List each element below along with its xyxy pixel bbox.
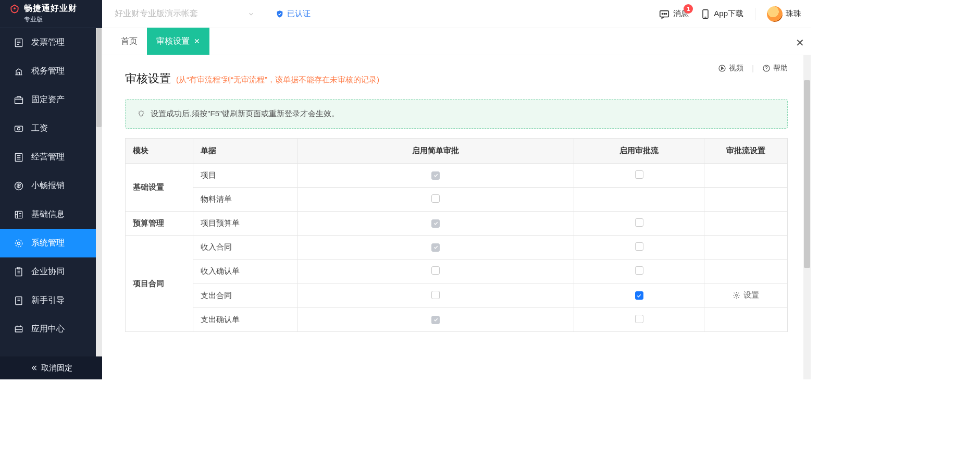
biz-icon (14, 152, 24, 163)
sidebar-item-collab[interactable]: 企业协同 (0, 257, 102, 286)
sidebar-unpin-label: 取消固定 (41, 363, 72, 373)
table-row: 项目合同收入合同 (126, 236, 788, 260)
tabs-close-all-icon[interactable]: ✕ (796, 36, 804, 49)
asset-icon (14, 95, 24, 105)
checkbox[interactable] (635, 291, 643, 300)
checkbox[interactable] (431, 291, 440, 299)
sidebar-item-label: 小畅报销 (31, 180, 65, 191)
tip-text: 设置成功后,须按"F5"键刷新页面或重新登录才会生效。 (151, 109, 339, 119)
sidebar-item-system[interactable]: 系统管理 (0, 229, 102, 257)
video-label: 视频 (729, 64, 743, 73)
invoice-icon (14, 38, 24, 48)
system-icon (14, 238, 24, 249)
top-separator (755, 8, 755, 20)
play-circle-icon (718, 64, 726, 72)
simple-approve-cell (297, 308, 574, 332)
brand-name: 畅捷通好业财 (24, 3, 77, 14)
sidebar-item-guide[interactable]: 新手引导 (0, 286, 102, 315)
tab-active-label: 审核设置 (156, 36, 190, 47)
simple-approve-cell (297, 212, 574, 236)
sidebar-unpin-button[interactable]: 取消固定 (0, 356, 102, 379)
user-name: 珠珠 (786, 9, 801, 19)
checkbox[interactable] (431, 219, 440, 228)
svg-point-2 (662, 13, 663, 14)
brand-logo-icon (9, 4, 20, 14)
app-download-button[interactable]: App下载 (700, 9, 743, 19)
table-row: 预算管理项目预算单 (126, 212, 788, 236)
expense-icon (14, 181, 24, 191)
sidebar-item-asset[interactable]: 固定资产 (0, 85, 102, 114)
verified-badge[interactable]: 已认证 (276, 9, 311, 19)
tab-home[interactable]: 首页 (111, 28, 147, 55)
help-sep: | (752, 64, 754, 72)
base-icon (14, 209, 24, 220)
page-title-text: 审核设置 (125, 71, 171, 87)
sidebar-item-label: 新手引导 (31, 295, 65, 306)
settings-table: 模块单据启用简单审批启用审批流审批流设置 基础设置项目物料清单预算管理项目预算单… (125, 138, 788, 332)
checkbox[interactable] (431, 171, 440, 180)
sidebar-item-apps[interactable]: 应用中心 (0, 315, 102, 343)
table-row: 支出合同设置 (126, 284, 788, 308)
brand-edition: 专业版 (24, 15, 102, 24)
messages-button[interactable]: 消息 1 (659, 8, 689, 20)
content-scrollbar-thumb[interactable] (804, 80, 810, 268)
svg-point-8 (766, 70, 766, 70)
doc-cell: 支出合同 (193, 284, 297, 308)
main-area: 首页 审核设置 ✕ ✕ 视频 | 帮助 (102, 28, 811, 379)
table-header: 模块 (126, 139, 193, 164)
sidebar-item-invoice[interactable]: 发票管理 (0, 28, 102, 57)
checkbox[interactable] (431, 316, 440, 324)
checkbox[interactable] (431, 194, 440, 203)
sidebar-item-tax[interactable]: 税务管理 (0, 57, 102, 85)
flow-approve-cell (574, 212, 704, 236)
sidebar-item-expense[interactable]: 小畅报销 (0, 171, 102, 200)
tab-audit-settings[interactable]: 审核设置 ✕ (147, 28, 209, 55)
checkbox[interactable] (635, 218, 643, 227)
checkbox[interactable] (635, 242, 643, 251)
shield-icon (276, 10, 284, 18)
sidebar-item-label: 应用中心 (31, 324, 65, 335)
sidebar-item-salary[interactable]: 工资 (0, 114, 102, 143)
video-help-button[interactable]: 视频 (718, 64, 743, 73)
chevron-down-icon (247, 10, 255, 18)
svg-point-0 (14, 7, 16, 9)
checkbox[interactable] (431, 266, 440, 275)
sidebar-scrollbar[interactable] (96, 28, 102, 356)
tip-box: 设置成功后,须按"F5"键刷新页面或重新登录才会生效。 (125, 99, 788, 129)
table-header: 单据 (193, 139, 297, 164)
download-label: App下载 (714, 9, 743, 19)
flow-approve-cell (574, 308, 704, 332)
sidebar-item-label: 基础信息 (31, 209, 65, 220)
table-row: 收入确认单 (126, 260, 788, 284)
user-menu[interactable]: 珠珠 (767, 6, 801, 22)
doc-cell: 项目 (193, 164, 297, 188)
flow-config-cell (704, 212, 788, 236)
tab-close-icon[interactable]: ✕ (194, 37, 200, 45)
account-select[interactable]: 好业财专业版演示帐套 (115, 8, 255, 19)
message-icon (659, 8, 670, 20)
doc-cell: 物料清单 (193, 188, 297, 212)
collapse-icon (30, 364, 38, 372)
module-cell: 项目合同 (126, 236, 193, 332)
page-subtitle: (从“有审流程”到“无审流程”，该单据不能存在未审核的记录) (176, 75, 379, 85)
checkbox[interactable] (635, 170, 643, 179)
account-select-text: 好业财专业版演示帐套 (115, 8, 198, 19)
sidebar-item-biz[interactable]: 经营管理 (0, 143, 102, 171)
help-button[interactable]: 帮助 (762, 64, 788, 73)
flow-config-cell (704, 164, 788, 188)
sidebar-item-base[interactable]: 基础信息 (0, 200, 102, 229)
checkbox[interactable] (431, 243, 440, 252)
flow-config-button[interactable]: 设置 (733, 290, 759, 300)
flow-config-cell (704, 236, 788, 260)
doc-cell: 收入合同 (193, 236, 297, 260)
sidebar-item-label: 发票管理 (31, 37, 65, 48)
sidebar-item-label: 企业协同 (31, 266, 65, 277)
guide-icon (14, 295, 24, 306)
checkbox[interactable] (635, 266, 643, 275)
checkbox[interactable] (635, 315, 643, 323)
content-scrollbar[interactable] (803, 55, 811, 379)
sidebar-scrollbar-thumb[interactable] (96, 28, 102, 127)
page-title: 审核设置 (从“有审流程”到“无审流程”，该单据不能存在未审核的记录) (125, 71, 788, 87)
topbar: 畅捷通好业财 专业版 好业财专业版演示帐套 已认证 消息 1 App下载 珠珠 (0, 0, 811, 28)
table-row: 基础设置项目 (126, 164, 788, 188)
